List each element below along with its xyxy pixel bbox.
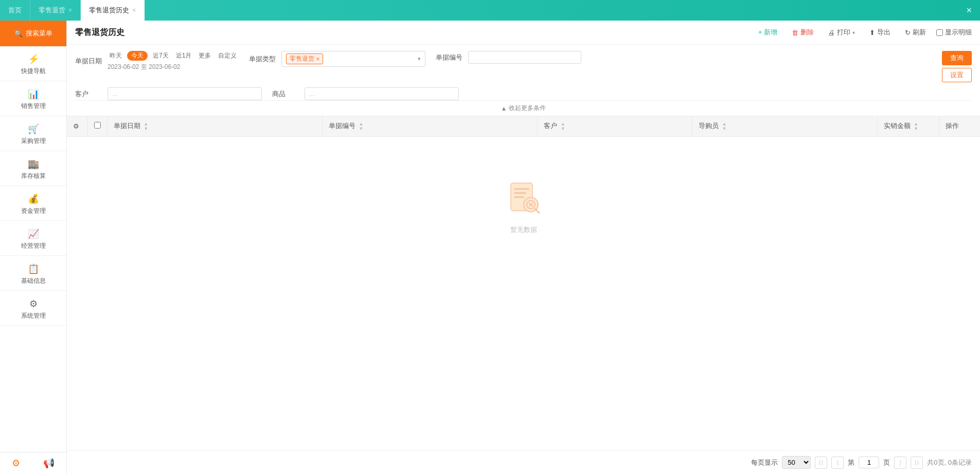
tab-retail-return-history[interactable]: 零售退货历史 × [81,0,145,21]
close-tab-retail-return-icon[interactable]: × [68,7,72,14]
date-range-display: 2023-06-02 至 2023-06-02 [108,63,239,71]
empty-state: 暂无数据 [67,137,980,276]
sidebar-item-operations[interactable]: 📈 经营管理 [0,221,66,256]
sidebar-item-basic-info[interactable]: 📋 基础信息 [0,256,66,291]
sidebar-item-label: 采购管理 [21,137,46,145]
th-checkbox [87,116,107,136]
bill-no-filter-item: 单据编号 [436,51,581,64]
print-dropdown-icon: ▾ [852,30,855,35]
sidebar-menu: ⚡ 快捷导航 📊 销售管理 🛒 采购管理 🏬 库存核算 💰 资金管理 📈 [0,46,66,452]
page-first-button[interactable]: ⟨⟨ [815,457,827,469]
print-button[interactable]: 🖨 打印 ▾ [824,26,859,39]
th-amount[interactable]: 实销金额 ▲▼ [877,116,939,136]
new-button[interactable]: + 新增 [754,26,781,39]
close-tab-retail-return-history-icon[interactable]: × [132,7,136,14]
bill-no-label: 单据编号 [436,53,464,62]
page-header: 零售退货历史 + 新增 🗑 删除 🖨 打印 ▾ ⬆ 导出 [67,21,980,45]
svg-line-6 [535,209,539,213]
select-all-checkbox[interactable] [94,122,101,129]
basic-info-icon: 📋 [28,263,39,275]
tab-retail-return[interactable]: 零售退货 × [30,0,81,21]
sidebar-search[interactable]: 🔍 搜索菜单 [0,21,66,46]
sidebar-item-purchase[interactable]: 🛒 采购管理 [0,116,66,151]
setting-button[interactable]: 设置 [942,68,972,82]
tab-home[interactable]: 首页 [0,0,30,21]
sidebar-item-label: 系统管理 [21,312,46,320]
goods-select[interactable]: ... [305,87,459,100]
sort-guide-icon: ▲▼ [722,122,727,131]
bill-type-select[interactable]: 零售退货 × ▾ [281,51,425,67]
bill-type-dropdown-icon: ▾ [418,56,421,62]
query-button[interactable]: 查询 [942,51,972,65]
display-detail-checkbox[interactable] [936,29,943,36]
quick-nav-icon: ⚡ [28,53,39,65]
sidebar-item-finance[interactable]: 💰 资金管理 [0,186,66,221]
collapse-filter-bar[interactable]: ▲ 收起更多条件 [75,100,972,116]
sort-customer-icon: ▲▼ [561,122,565,131]
th-guide[interactable]: 导购员 ▲▼ [692,116,877,136]
display-detail-toggle[interactable]: 显示明细 [936,28,972,37]
customer-filter-item: 客户 ... [75,87,262,100]
collapse-label: 收起更多条件 [509,104,546,113]
table-container: ⚙ 单据日期 ▲▼ 单据编号 ▲▼ [67,116,980,450]
operations-icon: 📈 [28,228,39,240]
page-number-input[interactable] [859,457,879,468]
th-bill-no[interactable]: 单据编号 ▲▼ [322,116,537,136]
date-1month[interactable]: 近1月 [174,51,194,61]
sidebar-item-system[interactable]: ⚙ 系统管理 [0,291,66,326]
sidebar-item-sales[interactable]: 📊 销售管理 [0,81,66,116]
sidebar-item-label: 经营管理 [21,242,46,250]
date-today[interactable]: 今天 [127,51,148,61]
gear-settings-icon[interactable]: ⚙ [73,122,79,130]
empty-icon [503,178,544,219]
date-filter-item: 单据日期 昨天 今天 近7天 近1月 更多 自定义 2023-06-02 至 2… [75,51,239,71]
table-header: ⚙ 单据日期 ▲▼ 单据编号 ▲▼ [67,116,980,136]
finance-icon: 💰 [28,193,39,205]
th-customer[interactable]: 客户 ▲▼ [538,116,692,136]
date-custom[interactable]: 自定义 [216,51,239,61]
window-close-button[interactable]: × [958,0,980,21]
date-more[interactable]: 更多 [197,51,213,61]
bill-type-label: 单据类型 [249,54,277,64]
sidebar: 🔍 搜索菜单 ⚡ 快捷导航 📊 销售管理 🛒 采购管理 🏬 库存核算 💰 [0,21,67,474]
svg-rect-3 [514,196,524,198]
settings-gear-icon[interactable]: ⚙ [12,458,20,469]
delete-button[interactable]: 🗑 删除 [788,26,818,39]
th-bill-date[interactable]: 单据日期 ▲▼ [107,116,322,136]
empty-text: 暂无数据 [510,225,537,234]
top-bar: 首页 零售退货 × 零售退货历史 × × [0,0,980,21]
date-filter-label: 单据日期 [75,57,103,66]
page-last-button[interactable]: ⟩⟩ [911,457,923,469]
goods-filter-item: 商品 ... [272,87,459,100]
bill-no-input[interactable] [468,51,581,64]
sidebar-bottom: ⚙ 📢 [0,452,66,474]
tabs-area: 首页 零售退货 × 零售退货历史 × [0,0,958,21]
th-gear[interactable]: ⚙ [67,116,87,136]
page-label: 第 [848,458,854,467]
sidebar-item-label: 库存核算 [21,172,46,180]
date-7days[interactable]: 近7天 [151,51,171,61]
sort-bill-no-icon: ▲▼ [359,122,363,131]
date-yesterday[interactable]: 昨天 [108,51,124,61]
customer-select[interactable]: ... [108,87,262,100]
refresh-icon: ↻ [905,29,911,37]
header-actions: + 新增 🗑 删除 🖨 打印 ▾ ⬆ 导出 ↻ 刷新 [754,26,972,39]
sort-amount-icon: ▲▼ [914,122,918,131]
page-size-select[interactable]: 10 20 50 100 [782,456,811,469]
th-action: 操作 [939,116,980,136]
page-next-button[interactable]: ⟩ [894,457,906,469]
page-prev-button[interactable]: ⟨ [831,457,844,469]
refresh-button[interactable]: ↻ 刷新 [901,26,930,39]
sidebar-item-inventory[interactable]: 🏬 库存核算 [0,151,66,186]
sidebar-item-quick-nav[interactable]: ⚡ 快捷导航 [0,46,66,81]
audio-icon[interactable]: 📢 [43,458,55,469]
bill-type-tag-close[interactable]: × [316,56,319,63]
content-area: 零售退货历史 + 新增 🗑 删除 🖨 打印 ▾ ⬆ 导出 [67,21,980,474]
export-button[interactable]: ⬆ 导出 [865,26,895,39]
collapse-icon: ▲ [501,105,507,112]
bill-type-tag: 零售退货 × [286,53,323,64]
page-size-label: 每页显示 [751,458,778,467]
svg-rect-1 [514,188,529,190]
sidebar-item-label: 快捷导航 [21,67,46,76]
page-total-info: 共0页, 0条记录 [927,458,972,467]
